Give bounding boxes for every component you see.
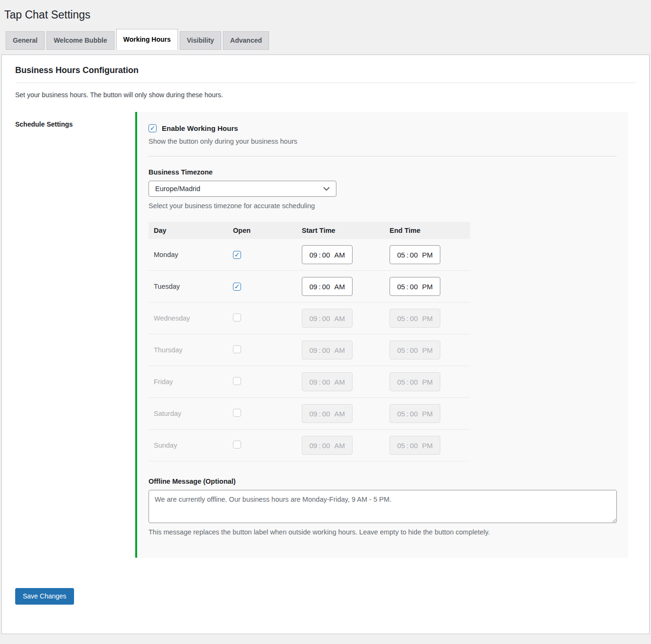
tab-general[interactable]: General [6,31,45,50]
schedule-header-row: Day Open Start Time End Time [149,222,470,239]
start-time-input[interactable]: 09:00AM [302,436,353,455]
day-open-checkbox[interactable]: ✓ [233,409,241,417]
enable-working-hours-row: ✓ Enable Working Hours [149,124,617,132]
section-heading: Business Hours Configuration [15,55,636,83]
schedule-row: Friday ✓ 09:00AM 05:00PM [149,366,470,398]
end-time-input[interactable]: 05:00PM [390,309,440,328]
start-time-input[interactable]: 09:00AM [302,309,353,328]
chevron-down-icon [323,187,330,191]
schedule-row: Saturday ✓ 09:00AM 05:00PM [149,398,470,430]
tab-visibility[interactable]: Visibility [180,31,221,50]
end-time-input[interactable]: 05:00PM [390,245,440,264]
enable-help-text: Show the button only during your busines… [149,138,617,145]
day-open-checkbox[interactable]: ✓ [233,313,241,322]
day-open-checkbox[interactable]: ✓ [233,441,241,449]
section-description: Set your business hours. The button will… [15,91,636,99]
day-label: Saturday [154,410,181,417]
day-open-checkbox[interactable]: ✓ [233,345,241,353]
timezone-label: Business Timezone [149,168,617,176]
schedule-row: Monday ✓ 09:00AM 05:00PM [149,239,470,271]
save-changes-button[interactable]: Save Changes [15,588,74,604]
tab-advanced[interactable]: Advanced [223,31,269,50]
timezone-select[interactable]: Europe/Madrid [149,181,336,197]
settings-tabs: General Welcome Bubble Working Hours Vis… [6,29,650,50]
start-time-input[interactable]: 09:00AM [302,404,353,423]
schedule-settings-label: Schedule Settings [15,112,135,128]
offline-help-text: This message replaces the button label w… [149,528,617,536]
end-time-input[interactable]: 05:00PM [390,404,440,423]
column-header-day: Day [149,222,228,239]
day-label: Friday [154,378,173,386]
day-label: Tuesday [154,283,180,290]
schedule-row: Wednesday ✓ 09:00AM 05:00PM [149,303,470,334]
timezone-selected-value: Europe/Madrid [155,185,200,193]
end-time-input[interactable]: 05:00PM [390,436,440,455]
page-title: Tap Chat Settings [4,4,650,24]
start-time-input[interactable]: 09:00AM [302,245,353,264]
check-icon: ✓ [234,283,240,290]
start-time-input[interactable]: 09:00AM [302,340,353,359]
schedule-row: Tuesday ✓ 09:00AM 05:00PM [149,271,470,303]
enable-working-hours-label: Enable Working Hours [162,124,238,132]
day-label: Monday [154,251,178,258]
schedule-table-body: Monday ✓ 09:00AM 05:00PM Tuesday ✓ 09:00… [149,239,470,461]
day-label: Sunday [154,442,177,449]
divider [149,156,617,156]
timezone-help-text: Select your business timezone for accura… [149,202,617,210]
schedule-settings-row: Schedule Settings ✓ Enable Working Hours… [2,112,649,558]
offline-message-textarea[interactable]: We are currently offline. Our business h… [149,490,617,523]
start-time-input[interactable]: 09:00AM [302,277,353,296]
day-open-checkbox[interactable]: ✓ [233,251,241,259]
check-icon: ✓ [150,125,156,131]
day-label: Wednesday [154,314,190,322]
working-hours-panel: Business Hours Configuration Set your bu… [1,55,650,634]
offline-message-label: Offline Message (Optional) [149,478,617,485]
enable-working-hours-checkbox[interactable]: ✓ [149,124,157,132]
day-open-checkbox[interactable]: ✓ [233,377,241,385]
day-label: Thursday [154,346,182,354]
day-open-checkbox[interactable]: ✓ [233,283,241,291]
end-time-input[interactable]: 05:00PM [390,372,440,391]
column-header-end-time: End Time [384,222,470,239]
schedule-settings-block: ✓ Enable Working Hours Show the button o… [135,112,628,558]
column-header-start-time: Start Time [297,222,384,239]
settings-page: Tap Chat Settings General Welcome Bubble… [0,0,651,638]
tab-working-hours[interactable]: Working Hours [116,29,178,50]
end-time-input[interactable]: 05:00PM [390,340,440,359]
check-icon: ✓ [234,251,240,258]
start-time-input[interactable]: 09:00AM [302,372,353,391]
tab-welcome-bubble[interactable]: Welcome Bubble [46,31,114,50]
column-header-open: Open [228,222,297,239]
schedule-table: Day Open Start Time End Time Monday ✓ 09… [149,222,470,461]
schedule-row: Sunday ✓ 09:00AM 05:00PM [149,430,470,461]
schedule-row: Thursday ✓ 09:00AM 05:00PM [149,334,470,366]
end-time-input[interactable]: 05:00PM [390,277,440,296]
